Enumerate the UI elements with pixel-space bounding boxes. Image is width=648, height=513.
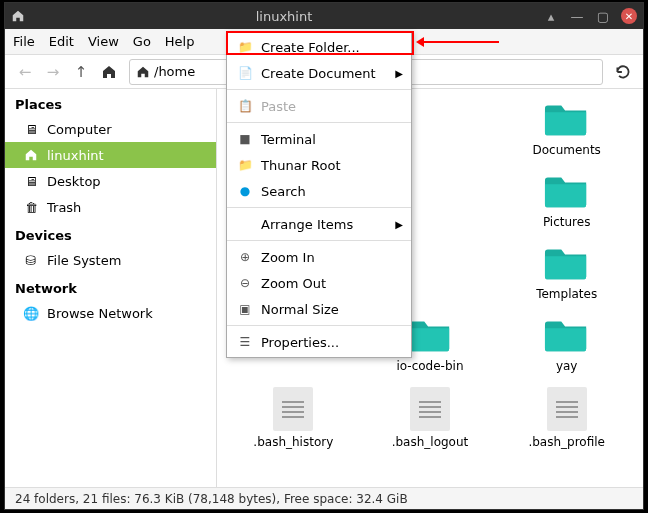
titlebar: linuxhint ▴ — ▢ ✕ (5, 3, 643, 29)
menu-separator (227, 122, 411, 123)
file-item[interactable]: Templates (500, 239, 633, 305)
zoom-in-icon: ⊕ (237, 249, 253, 265)
file-label: Documents (532, 143, 600, 157)
menu-item-create-document[interactable]: 📄Create Document▶ (227, 60, 411, 86)
menu-item-thunar-root[interactable]: 📁Thunar Root (227, 152, 411, 178)
disk-icon: ⛁ (23, 252, 39, 268)
menu-separator (227, 325, 411, 326)
menu-edit[interactable]: Edit (49, 34, 74, 49)
refresh-button[interactable] (609, 58, 637, 86)
menu-item-zoom-out[interactable]: ⊖Zoom Out (227, 270, 411, 296)
back-button[interactable]: ← (11, 58, 39, 86)
sidebar-heading: Network (5, 273, 216, 300)
folder-icon (407, 315, 453, 355)
zoom-icon: ▣ (237, 301, 253, 317)
menu-item-arrange-items[interactable]: Arrange Items▶ (227, 211, 411, 237)
menu-item-properties[interactable]: ☰Properties... (227, 329, 411, 355)
home-button[interactable] (95, 58, 123, 86)
globe-icon: 🌐 (23, 305, 39, 321)
minimize-button[interactable]: — (569, 8, 585, 24)
menu-view[interactable]: View (88, 34, 119, 49)
home-icon (11, 9, 25, 23)
desktop-icon: 🖥 (23, 173, 39, 189)
search-icon: ● (237, 183, 253, 199)
props-icon: ☰ (237, 334, 253, 350)
file-item[interactable]: .bash_profile (500, 383, 633, 453)
sidebar-item-browse-network[interactable]: 🌐Browse Network (5, 300, 216, 326)
status-text: 24 folders, 21 files: 76.3 KiB (78,148 b… (15, 492, 408, 506)
doc-plus-icon: 📄 (237, 65, 253, 81)
menu-item-normal-size[interactable]: ▣Normal Size (227, 296, 411, 322)
sidebar-item-linuxhint[interactable]: linuxhint (5, 142, 216, 168)
menu-separator (227, 89, 411, 90)
blank-icon (237, 216, 253, 232)
menu-item-terminal[interactable]: ■Terminal (227, 126, 411, 152)
sidebar-item-desktop[interactable]: 🖥Desktop (5, 168, 216, 194)
statusbar: 24 folders, 21 files: 76.3 KiB (78,148 b… (5, 487, 643, 509)
file-label: .bash_profile (528, 435, 605, 449)
file-icon (547, 387, 587, 431)
folder-plus-icon: 📁 (237, 39, 253, 55)
terminal-icon: ■ (237, 131, 253, 147)
sidebar-item-trash[interactable]: 🗑Trash (5, 194, 216, 220)
submenu-arrow-icon: ▶ (395, 219, 403, 230)
file-label: yay (556, 359, 578, 373)
trash-icon: 🗑 (23, 199, 39, 215)
file-icon (410, 387, 450, 431)
menu-item-zoom-in[interactable]: ⊕Zoom In (227, 244, 411, 270)
folder-icon (544, 99, 590, 139)
file-icon (273, 387, 313, 431)
sidebar: Places🖥Computerlinuxhint🖥Desktop🗑TrashDe… (5, 89, 217, 487)
menu-separator (227, 240, 411, 241)
submenu-arrow-icon: ▶ (395, 68, 403, 79)
menu-item-search[interactable]: ●Search (227, 178, 411, 204)
menu-item-paste: 📋Paste (227, 93, 411, 119)
sidebar-item-computer[interactable]: 🖥Computer (5, 116, 216, 142)
folder-icon (544, 243, 590, 283)
path-crumb[interactable]: /home (136, 64, 195, 79)
file-label: Pictures (543, 215, 591, 229)
file-item[interactable]: yay (500, 311, 633, 377)
file-label: Templates (536, 287, 597, 301)
sidebar-heading: Devices (5, 220, 216, 247)
file-item[interactable]: .bash_history (227, 383, 360, 453)
file-label: .bash_logout (392, 435, 469, 449)
menu-file[interactable]: File (13, 34, 35, 49)
window-title: linuxhint (25, 9, 543, 24)
sidebar-heading: Places (5, 89, 216, 116)
close-button[interactable]: ✕ (621, 8, 637, 24)
zoom-out-icon: ⊖ (237, 275, 253, 291)
menu-help[interactable]: Help (165, 34, 195, 49)
menu-go[interactable]: Go (133, 34, 151, 49)
menu-separator (227, 207, 411, 208)
context-menu: 📁Create Folder...📄Create Document▶📋Paste… (226, 31, 412, 358)
file-label: io-code-bin (396, 359, 463, 373)
maximize-button[interactable]: ▢ (595, 8, 611, 24)
forward-button[interactable]: → (39, 58, 67, 86)
file-item[interactable]: Pictures (500, 167, 633, 233)
up-button[interactable]: ↑ (67, 58, 95, 86)
menu-item-create-folder[interactable]: 📁Create Folder... (227, 34, 411, 60)
sidebar-item-file-system[interactable]: ⛁File System (5, 247, 216, 273)
file-label: .bash_history (253, 435, 333, 449)
folder-icon: 📁 (237, 157, 253, 173)
shade-button[interactable]: ▴ (543, 8, 559, 24)
computer-icon: 🖥 (23, 121, 39, 137)
folder-icon (544, 315, 590, 355)
folder-icon (544, 171, 590, 211)
home-icon (23, 147, 39, 163)
file-item[interactable]: .bash_logout (364, 383, 497, 453)
file-item[interactable]: Documents (500, 95, 633, 161)
paste-icon: 📋 (237, 98, 253, 114)
